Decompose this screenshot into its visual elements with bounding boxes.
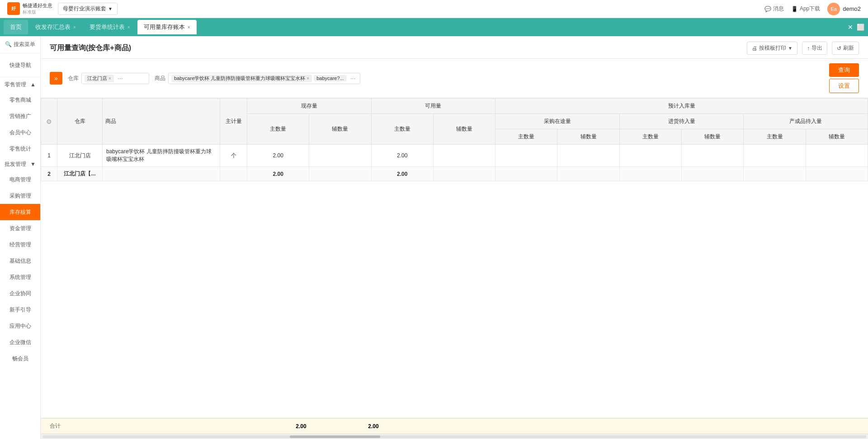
avail-main-header: 主数量: [371, 114, 433, 145]
tab-receipts-close[interactable]: ×: [73, 25, 76, 30]
col-current-stock-header: 现存量: [247, 99, 372, 114]
export-btn[interactable]: ↑ 导出: [802, 42, 827, 55]
sidebar-item-wechat[interactable]: 企业微信: [0, 334, 40, 350]
goods-main-cell: [619, 145, 681, 167]
tab-orders-close[interactable]: ×: [127, 25, 130, 30]
tab-orders[interactable]: 要货单统计表 ×: [83, 20, 137, 34]
col-planned-header: 预计入库量: [495, 99, 868, 114]
sidebar-item-operations[interactable]: 经营管理: [0, 236, 40, 253]
maximize-icon[interactable]: ⬜: [857, 24, 864, 31]
finished-aux-cell: [806, 145, 868, 167]
subtotal-p-main: [495, 167, 557, 181]
search-icon: 🔍: [5, 41, 12, 47]
goods-aux-subheader: 辅数量: [682, 129, 744, 145]
goods-main-subheader: 主数量: [619, 129, 681, 145]
operations-label: 经营管理: [9, 241, 31, 249]
avail-aux-header: 辅数量: [433, 114, 495, 145]
sidebar-search[interactable]: 🔍 搜索菜单: [0, 36, 40, 53]
export-label: 导出: [811, 44, 822, 52]
message-label: 消息: [773, 5, 784, 13]
sidebar-item-basic-info[interactable]: 基础信息: [0, 253, 40, 269]
filter-toggle-btn[interactable]: »: [50, 72, 62, 85]
page-title: 可用量查询(按仓库+商品): [50, 43, 131, 53]
sidebar-item-retail-mall[interactable]: 零售商城: [0, 92, 40, 108]
avatar: Ea: [827, 3, 840, 15]
sidebar-item-ecommerce[interactable]: 电商管理: [0, 171, 40, 188]
footer-avail-main: 2.00: [355, 423, 392, 430]
stock-aux-cell: [309, 145, 371, 167]
brand-sub: 标准版: [23, 9, 52, 15]
product-tag-1-close[interactable]: ×: [307, 76, 309, 81]
tab-receipts-label: 收发存汇总表: [35, 23, 71, 31]
unit-cell: 个: [220, 145, 247, 167]
product-tag-2: babycare?...: [314, 75, 347, 81]
product-tag-2-label: babycare?...: [316, 76, 344, 81]
sidebar-item-marketing[interactable]: 营销推广: [0, 108, 40, 124]
scroll-track[interactable]: [42, 435, 866, 438]
template-print-btn[interactable]: 🖨 按模板打印 ▼: [747, 42, 797, 55]
download-icon: 📱: [791, 6, 798, 12]
warehouse-filter-tags[interactable]: 江北门店 × ···: [81, 73, 149, 84]
retail-stats-label: 零售统计: [9, 145, 31, 153]
subtotal-f-aux: [806, 167, 868, 181]
app-download-btn[interactable]: 📱 App下载: [791, 5, 820, 13]
sidebar-item-vip-member[interactable]: 畅会员: [0, 350, 40, 367]
scroll-thumb[interactable]: [290, 435, 380, 438]
message-btn[interactable]: 💬 消息: [764, 5, 784, 13]
logo-icon: 好: [7, 2, 20, 15]
brand-name: 畅捷通好生意: [23, 2, 52, 9]
close-window-icon[interactable]: ✕: [848, 24, 853, 31]
subtotal-stock-main: 2.00: [247, 167, 309, 181]
sidebar-group-wholesale[interactable]: 批发管理 ▼: [0, 157, 40, 171]
warehouse-filter-label: 仓库: [68, 75, 79, 82]
member-center-label: 会员中心: [9, 129, 31, 137]
refresh-btn[interactable]: ↺ 刷新: [832, 42, 859, 55]
retail-mall-label: 零售商城: [9, 96, 31, 104]
warehouse-more-btn[interactable]: ···: [116, 75, 125, 82]
refresh-icon: ↺: [837, 45, 841, 52]
tab-inventory-close[interactable]: ×: [188, 25, 190, 30]
product-filter-tags[interactable]: babycare学饮杯 儿童防摔防撞吸管杯重力球吸嘴杯宝宝水杯 × babyca…: [168, 73, 360, 84]
user-area[interactable]: Ea demo2: [827, 3, 861, 15]
sidebar-item-new-guide[interactable]: 新手引导: [0, 302, 40, 318]
sidebar-item-enterprise[interactable]: 企业协同: [0, 285, 40, 302]
settings-btn[interactable]: 设置: [829, 79, 859, 93]
warehouse-tag-close[interactable]: ×: [108, 76, 111, 81]
sidebar-item-quick-nav[interactable]: 快捷导航: [0, 57, 40, 73]
product-more-btn[interactable]: ···: [349, 75, 358, 82]
industry-selector[interactable]: 母婴行业演示账套 ▼: [58, 3, 118, 15]
subtotal-g-aux: [682, 167, 744, 181]
sidebar-item-retail-stats[interactable]: 零售统计: [0, 141, 40, 157]
scroll-bar-area: [41, 434, 868, 439]
tab-inventory[interactable]: 可用量库存账本 ×: [137, 20, 197, 34]
sidebar-item-finance[interactable]: 资金管理: [0, 220, 40, 236]
wholesale-label: 批发管理: [5, 160, 26, 168]
tab-home[interactable]: 首页: [4, 20, 28, 34]
vip-member-label: 畅会员: [12, 355, 28, 363]
sidebar-group-retail-mgmt[interactable]: 零售管理 ▲: [0, 77, 40, 92]
purchase-aux-cell: [557, 145, 619, 167]
tab-receipts[interactable]: 收发存汇总表 ×: [29, 20, 82, 34]
purchase-main-subheader: 主数量: [495, 129, 557, 145]
product-cell: babycare学饮杯 儿童防摔防撞吸管杯重力球吸嘴杯宝宝水杯: [103, 145, 220, 167]
sidebar-item-app-center[interactable]: 应用中心: [0, 318, 40, 334]
query-btn[interactable]: 查询: [829, 63, 859, 77]
sidebar-item-member-center[interactable]: 会员中心: [0, 124, 40, 141]
subtotal-avail-main: 2.00: [371, 167, 433, 181]
page-actions: 🖨 按模板打印 ▼ ↑ 导出 ↺ 刷新: [747, 42, 859, 55]
industry-label: 母婴行业演示账套: [63, 5, 106, 13]
sidebar-item-inventory-check[interactable]: 库存核算: [0, 204, 40, 220]
col-product-header: 商品: [103, 99, 220, 145]
warehouse-tag-label: 江北门店: [87, 75, 107, 82]
printer-icon: 🖨: [752, 45, 757, 52]
brand-info: 畅捷通好生意 标准版: [23, 2, 52, 15]
logo-area: 好 畅捷通好生意 标准版: [7, 2, 52, 15]
subtotal-product: [103, 167, 220, 181]
sidebar-item-sys-mgmt[interactable]: 系统管理: [0, 269, 40, 285]
nav-tabs: 首页 收发存汇总表 × 要货单统计表 × 可用量库存账本 × ✕ ⬜: [0, 18, 868, 36]
gear-icon[interactable]: ⚙: [46, 118, 52, 125]
sidebar-item-purchase[interactable]: 采购管理: [0, 188, 40, 204]
subtotal-avail-aux: [433, 167, 495, 181]
finance-label: 资金管理: [9, 225, 31, 232]
sys-mgmt-label: 系统管理: [9, 274, 31, 281]
